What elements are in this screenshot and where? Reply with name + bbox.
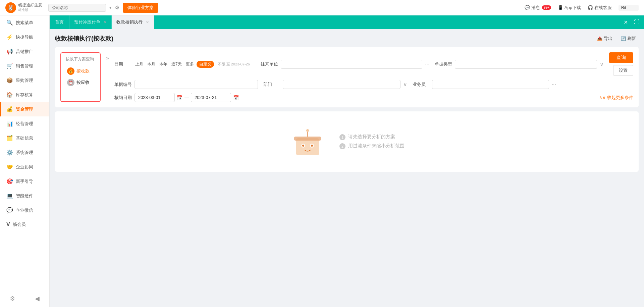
main-layout: 🔍 搜索菜单 ⚡ 快捷导航 📢 营销推广 🛒 销售管理 📦 采购管理 🏠 库存核… bbox=[0, 15, 644, 307]
tab-close-all-icon[interactable]: ✕ bbox=[622, 18, 630, 27]
sidebar-item-quicknav[interactable]: ⚡ 快捷导航 bbox=[0, 30, 49, 44]
tab-collection-close[interactable]: ✕ bbox=[146, 20, 149, 24]
industry-btn[interactable]: 体验行业方案 bbox=[123, 3, 158, 13]
date-more-btn[interactable]: 更多 bbox=[184, 61, 195, 68]
sidebar-item-hardware[interactable]: 💻 智能硬件 bbox=[0, 189, 49, 203]
right-actions: 查询 设置 bbox=[609, 52, 633, 76]
sidebar-item-system[interactable]: ⚙️ 系统管理 bbox=[0, 145, 49, 160]
vouchertype-more-icon[interactable]: ∨ bbox=[600, 61, 604, 67]
filter-option-by-receipt[interactable]: 💰 按收款 bbox=[66, 65, 95, 77]
department-chevron-icon[interactable]: ∨ bbox=[403, 81, 407, 88]
page-content: 收款核销执行(按收款) 📤 导出 🔄 刷新 按以下方案查询 bbox=[50, 29, 644, 307]
tab-home[interactable]: 首页 bbox=[50, 15, 69, 29]
date-no-limit-text: 不限 至 2023-07-26 bbox=[218, 62, 250, 67]
hardware-icon: 💻 bbox=[6, 193, 13, 199]
writeoff-date-from[interactable] bbox=[135, 93, 175, 102]
sidebar-item-finance[interactable]: 💰 资金管理 bbox=[0, 102, 49, 116]
svg-point-4 bbox=[302, 145, 304, 147]
sidebar-item-sales[interactable]: 🛒 销售管理 bbox=[0, 59, 49, 73]
management-icon: 📊 bbox=[6, 120, 13, 127]
date-quick-btns: 上月 本月 本年 近7天 更多 自定义 bbox=[134, 61, 214, 68]
sidebar-item-purchase[interactable]: 📦 采购管理 bbox=[0, 73, 49, 88]
department-select[interactable] bbox=[283, 80, 400, 89]
filter-scheme-title: 按以下方案查询 bbox=[66, 56, 95, 62]
tab-prepay[interactable]: 预付冲应付单 ✕ bbox=[69, 15, 112, 29]
sidebar-item-wechat[interactable]: 💬 企业微信 bbox=[0, 203, 49, 217]
filter-field-vouchertype: 单据类型 ∨ bbox=[435, 60, 604, 69]
export-icon: 📤 bbox=[597, 36, 602, 41]
sidebar-item-member[interactable]: V 畅会员 bbox=[0, 217, 49, 232]
collapse-more-icon: ∧∧ bbox=[599, 95, 606, 100]
hint-num-2: 2 bbox=[339, 143, 345, 149]
tab-maximize-icon[interactable]: ⛶ bbox=[632, 18, 641, 27]
logo-badge: 标准版 bbox=[18, 8, 42, 12]
sidebar-item-guide[interactable]: 🎯 新手引导 bbox=[0, 174, 49, 189]
writeoff-date-to-cal-icon[interactable]: 📅 bbox=[233, 95, 239, 100]
query-btn[interactable]: 查询 bbox=[609, 52, 633, 63]
refresh-btn[interactable]: 🔄 刷新 bbox=[618, 34, 639, 43]
sidebar-item-inventory[interactable]: 🏠 库存核算 bbox=[0, 88, 49, 102]
marketing-icon: 📢 bbox=[6, 48, 13, 55]
refresh-icon: 🔄 bbox=[621, 36, 626, 41]
page-title: 收款核销执行(按收款) bbox=[55, 35, 113, 43]
sidebar-item-marketing[interactable]: 📢 营销推广 bbox=[0, 44, 49, 59]
staff-more-icon[interactable]: ··· bbox=[552, 82, 556, 88]
filter-field-department: 部门 ∨ bbox=[263, 80, 407, 89]
messages-btn[interactable]: 💬 消息 99+ bbox=[525, 5, 551, 11]
sidebar-item-collab[interactable]: 🤝 企业协同 bbox=[0, 160, 49, 174]
export-btn[interactable]: 📤 导出 bbox=[594, 34, 615, 43]
vouchertype-select[interactable] bbox=[455, 60, 597, 69]
user-name[interactable]: Rit bbox=[619, 5, 639, 11]
filter-field-staff: 业务员 ··· bbox=[413, 80, 556, 89]
svg-point-7 bbox=[306, 129, 309, 132]
online-service-btn[interactable]: 🎧 在线客服 bbox=[588, 5, 612, 11]
counterparty-label: 往来单位 bbox=[261, 61, 278, 67]
sidebar-settings-btn[interactable]: ⚙ bbox=[7, 294, 18, 304]
tab-prepay-close[interactable]: ✕ bbox=[104, 20, 107, 24]
filter-collapse-btn[interactable]: » bbox=[105, 54, 110, 62]
date-this-year-btn[interactable]: 本年 bbox=[158, 61, 169, 68]
filter-field-voucherno: 单据编号 bbox=[114, 80, 258, 89]
wechat-icon: 💬 bbox=[6, 207, 13, 213]
tab-bar-actions: ✕ ⛶ bbox=[622, 15, 644, 29]
svg-rect-0 bbox=[296, 138, 319, 155]
app-download-btn[interactable]: 📱 App下载 bbox=[558, 5, 581, 11]
counterparty-input[interactable] bbox=[281, 60, 422, 69]
date-7days-btn[interactable]: 近7天 bbox=[170, 61, 183, 68]
company-chevron-icon[interactable]: ▾ bbox=[109, 5, 111, 10]
member-icon: V bbox=[6, 221, 10, 227]
date-this-month-btn[interactable]: 本月 bbox=[146, 61, 157, 68]
empty-hint-1: 1 请先选择要分析的方案 bbox=[339, 134, 405, 140]
company-input[interactable] bbox=[48, 4, 106, 12]
content-area: 首页 预付冲应付单 ✕ 收款核销执行 ✕ ✕ ⛶ 收款核销执行(按收款) bbox=[50, 15, 644, 307]
collapse-more-btn[interactable]: ∧∧ 收起更多条件 bbox=[599, 93, 633, 102]
sidebar-item-basic-info[interactable]: 🗂️ 基础信息 bbox=[0, 131, 49, 145]
settings-btn[interactable]: 设置 bbox=[613, 65, 633, 76]
date-custom-btn[interactable]: 自定义 bbox=[197, 61, 214, 68]
logo-icon: 🐰 bbox=[5, 2, 16, 13]
tab-collection[interactable]: 收款核销执行 ✕ bbox=[112, 15, 154, 29]
writeoff-date-to[interactable] bbox=[191, 93, 231, 102]
search-icon: 🔍 bbox=[6, 19, 13, 26]
empty-hints: 1 请先选择要分析的方案 2 用过滤条件来缩小分析范围 bbox=[339, 134, 405, 149]
purchase-icon: 📦 bbox=[6, 77, 13, 84]
filter-fields: 日期 上月 本月 本年 近7天 更多 自定义 不限 至 2023-07-26 bbox=[114, 52, 633, 102]
top-header: 🐰 畅捷通好生意 标准版 ▾ ⚙ 体验行业方案 💬 消息 99+ 📱 App下载… bbox=[0, 0, 644, 15]
settings-icon[interactable]: ⚙ bbox=[115, 4, 119, 11]
staff-input[interactable] bbox=[432, 80, 549, 89]
sidebar-bottom: ⚙ ◀ bbox=[0, 290, 49, 307]
sidebar-item-search[interactable]: 🔍 搜索菜单 bbox=[0, 15, 49, 30]
date-last-month-btn[interactable]: 上月 bbox=[134, 61, 145, 68]
quicknav-icon: ⚡ bbox=[6, 34, 13, 40]
sidebar-item-management[interactable]: 📊 经营管理 bbox=[0, 116, 49, 131]
service-icon: 🎧 bbox=[588, 5, 593, 10]
message-badge: 99+ bbox=[542, 5, 551, 10]
message-icon: 💬 bbox=[525, 5, 530, 10]
filter-row-3: 核销日期 📅 — 📅 ∧∧ 收起更多条 bbox=[114, 93, 633, 102]
voucherno-input[interactable] bbox=[135, 80, 258, 89]
counterparty-more-icon[interactable]: ··· bbox=[425, 61, 429, 67]
filter-option-by-receivable[interactable]: ⏰ 按应收 bbox=[66, 77, 95, 88]
writeoff-date-from-cal-icon[interactable]: 📅 bbox=[177, 95, 182, 100]
sidebar-collapse-btn[interactable]: ◀ bbox=[32, 294, 42, 304]
inventory-icon: 🏠 bbox=[6, 92, 13, 98]
